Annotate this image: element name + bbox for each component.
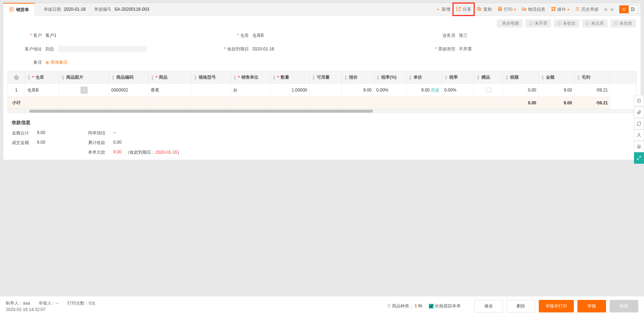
customer-value[interactable]: 客户1 xyxy=(45,33,57,39)
top-toolbar: 销货单 单据日期2020-01-16 单据编号SA-20200116-003 ＋… xyxy=(3,3,641,16)
col-gift[interactable]: ▲▼赠品 xyxy=(474,71,503,84)
track-price-checkbox[interactable]: 价格跟踪本单 xyxy=(429,303,461,309)
print-button[interactable]: 打印 ▾ xyxy=(495,3,519,15)
price-history-link[interactable]: 历史 xyxy=(431,87,440,93)
next-doc-button[interactable]: ▶ xyxy=(609,7,616,12)
col-unit-price[interactable]: ▲▼单价 xyxy=(406,71,442,84)
tab-title: 销货单 xyxy=(16,7,29,13)
new-button[interactable]: ＋ 新增 xyxy=(433,3,453,15)
track-price-input[interactable] xyxy=(429,304,434,308)
view-list-button[interactable] xyxy=(619,5,629,13)
note-icon xyxy=(636,98,641,103)
table-row[interactable]: 1 仓库B ♭ 0000002 香蕉 台 1.00000 9.00 0.00% … xyxy=(8,84,636,97)
gift-checkbox[interactable] xyxy=(486,88,491,93)
row-tax-rate[interactable]: 0.00% xyxy=(374,84,406,97)
row-quote[interactable]: 9.00 xyxy=(342,84,374,97)
copy-icon xyxy=(477,6,482,13)
delete-button[interactable]: 删除 xyxy=(507,300,535,312)
chip-not-effective[interactable]: 未生效 xyxy=(610,19,636,28)
operations-button[interactable]: 操作 ▾ xyxy=(548,3,572,15)
gear-icon xyxy=(14,75,19,80)
user-icon xyxy=(636,133,641,138)
col-available[interactable]: ▲▼可用量 xyxy=(310,71,342,84)
table-h-scrollbar[interactable] xyxy=(8,109,636,113)
row-warehouse[interactable]: 仓库B xyxy=(25,84,59,97)
row-qty[interactable]: 1.00000 xyxy=(270,84,310,97)
line-items-table: ▲▼*仓库 ▲▼商品图片 ▲▼商品编码 ▲▼*商品 ▲▼规格型号 ▲▼*销售单位… xyxy=(8,71,636,113)
active-tab[interactable]: 销货单 xyxy=(3,3,35,16)
row-index: 1 xyxy=(8,84,25,97)
col-image[interactable]: ▲▼商品图片 xyxy=(59,71,109,84)
field-address: 客户地址 刘总 xyxy=(12,46,219,52)
col-tax-amt[interactable]: ▲▼税额 xyxy=(503,71,539,84)
audit-print-button[interactable]: 审核并打印 xyxy=(539,300,574,312)
invoice-type-value[interactable]: 不开票 xyxy=(459,46,472,52)
row-cumulative: 累计收款0.00 xyxy=(88,140,181,146)
row-tax-pct[interactable]: 0.00% xyxy=(442,84,474,97)
col-qty[interactable]: ▲▼*数量 xyxy=(270,71,310,84)
rail-refresh-button[interactable] xyxy=(634,118,644,129)
footer-bar: 制单人：aaa 审核人：-- 打印次数：0次 2020-01-16 14:32:… xyxy=(0,296,644,316)
footer-timestamp: 2020-01-16 14:32:07 xyxy=(6,307,96,312)
copy-button[interactable]: 复制 xyxy=(474,3,495,15)
chip-not-invoiced[interactable]: 未开票 xyxy=(526,19,551,28)
row-product[interactable]: 香蕉 xyxy=(149,84,192,97)
rail-attach-button[interactable] xyxy=(634,107,644,118)
svg-rect-6 xyxy=(522,8,524,10)
due-value[interactable]: 2020-01-16 xyxy=(252,46,274,51)
print-label: 打印 xyxy=(504,6,513,13)
sales-order-icon xyxy=(9,7,14,13)
col-unit[interactable]: ▲▼*销售单位 xyxy=(231,71,270,84)
audit-button[interactable]: 审核 xyxy=(577,300,606,312)
row-image[interactable]: ♭ xyxy=(59,84,109,97)
row-gift[interactable] xyxy=(474,84,503,97)
view-toggle xyxy=(619,5,638,13)
row-spec[interactable] xyxy=(192,84,231,97)
row-code[interactable]: 0000002 xyxy=(109,84,149,97)
warehouse-value[interactable]: 仓库B xyxy=(252,33,264,39)
rail-user-button[interactable] xyxy=(634,129,644,141)
footer-center: © 商品种类： 1 种 价格跟踪本单 修改 删除 审核并打印 审核 收款 xyxy=(387,300,638,312)
rail-money-button[interactable] xyxy=(634,141,644,152)
view-detail-button[interactable] xyxy=(629,5,638,13)
share-button[interactable]: 分享 xyxy=(453,3,474,15)
money-icon xyxy=(636,144,641,149)
chevron-down-icon: ▾ xyxy=(567,8,569,11)
history-button[interactable]: 历史单据 xyxy=(572,3,601,15)
col-code[interactable]: ▲▼商品编码 xyxy=(109,71,149,84)
row-deal: 成交金额9.00 xyxy=(12,140,45,146)
col-tax-pct[interactable]: ▲▼税率 xyxy=(442,71,474,84)
col-warehouse[interactable]: ▲▼*仓库 xyxy=(25,71,59,84)
prev-doc-button[interactable]: ◀ xyxy=(601,7,609,12)
rail-note-button[interactable] xyxy=(634,95,644,107)
chip-not-outstock[interactable]: 未出库 xyxy=(582,19,607,28)
col-product[interactable]: ▲▼*商品 xyxy=(149,71,192,84)
col-profit[interactable]: ▲▼毛利 xyxy=(575,71,610,84)
scrollbar-thumb[interactable] xyxy=(29,110,373,113)
row-tax-amt: 0.00 xyxy=(503,84,539,97)
edit-button[interactable]: 修改 xyxy=(474,300,503,312)
salesman-value[interactable]: 张三 xyxy=(459,33,468,39)
add-remark-button[interactable]: 添加备注 xyxy=(45,59,68,65)
col-spec[interactable]: ▲▼规格型号 xyxy=(192,71,231,84)
col-settings[interactable] xyxy=(8,71,25,84)
col-quote[interactable]: ▲▼报价 xyxy=(342,71,374,84)
kinds-info: © 商品种类： 1 种 xyxy=(387,303,422,309)
col-amount[interactable]: ▲▼金额 xyxy=(539,71,575,84)
logistics-button[interactable]: 物流信息 xyxy=(519,3,548,15)
rail-expand-button[interactable] xyxy=(634,152,644,164)
row-unit-price[interactable]: 9.00 历史 xyxy=(406,84,442,97)
chip-not-received[interactable]: 未收款 xyxy=(554,19,579,28)
product-thumb-icon: ♭ xyxy=(81,87,88,94)
pay-button: 收款 xyxy=(610,300,638,312)
svg-point-7 xyxy=(523,10,523,10)
header-fields: *客户 客户1 *仓库 仓库B 业务员 张三 客户地址 刘总 *收款到期日 20… xyxy=(3,28,641,69)
col-tax-rate[interactable]: ▲▼税率(%) xyxy=(374,71,406,84)
address-value[interactable]: 刘总 xyxy=(45,46,54,52)
share-icon xyxy=(456,6,461,13)
chevron-down-icon: ▾ xyxy=(514,8,516,11)
list-icon xyxy=(575,6,580,13)
row-unit[interactable]: 台 xyxy=(231,84,270,97)
toolbar-actions: ＋ 新增 分享 复制 打印 ▾ xyxy=(433,3,641,15)
row-amount: 9.00 xyxy=(539,84,575,97)
